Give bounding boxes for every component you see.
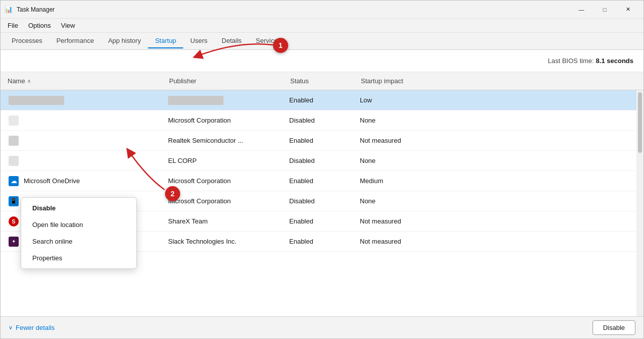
task-manager-window: 📊 Task Manager — □ ✕ File Options View P…: [0, 0, 644, 339]
chevron-down-icon: ∨: [9, 324, 13, 331]
sort-arrow: ∧: [27, 78, 31, 84]
tab-processes[interactable]: Processes: [5, 34, 49, 48]
onedrive-icon: ☁: [9, 176, 19, 186]
annotation-2: 2: [165, 186, 180, 201]
bios-area: Last BIOS time: 8.1 seconds: [1, 50, 643, 72]
app-icon: [9, 136, 19, 146]
status-cell: Enabled: [283, 238, 354, 245]
impact-cell: None: [354, 117, 643, 124]
context-menu-search-online[interactable]: Search online: [21, 233, 136, 250]
table-row[interactable]: Enabled Low: [1, 90, 643, 110]
table-row[interactable]: Microsoft Corporation Disabled None: [1, 110, 643, 131]
app-icon: [9, 156, 19, 166]
bottom-bar: ∨ Fewer details Disable: [1, 316, 643, 338]
col-status[interactable]: Status: [284, 77, 355, 85]
bios-value: 8.1 seconds: [596, 57, 633, 65]
publisher-cell: Microsoft Corporation: [162, 197, 283, 205]
publisher-cell: Realtek Semiconductor ...: [162, 137, 283, 144]
menu-view[interactable]: View: [56, 20, 80, 31]
disable-button[interactable]: Disable: [593, 320, 635, 335]
status-cell: Disabled: [283, 117, 354, 124]
impact-cell: Medium: [354, 177, 643, 185]
window-controls: — □ ✕: [570, 2, 639, 18]
app-icon: 📊: [5, 6, 13, 14]
maximize-button[interactable]: □: [593, 2, 616, 18]
window-title: Task Manager: [17, 6, 55, 13]
name-cell: [1, 136, 162, 146]
table-row[interactable]: ☁ Microsoft OneDrive Microsoft Corporati…: [1, 171, 643, 191]
publisher-cell: [162, 96, 283, 105]
tab-bar: Processes Performance App history Startu…: [1, 33, 643, 50]
name-cell: ☁ Microsoft OneDrive: [1, 176, 162, 186]
gray-publisher-placeholder: [168, 96, 224, 105]
publisher-cell: EL CORP: [162, 157, 283, 164]
table-row[interactable]: EL CORP Disabled None: [1, 151, 643, 171]
menu-options[interactable]: Options: [23, 20, 56, 31]
impact-cell: Not measured: [354, 217, 643, 225]
app-icon: [9, 116, 19, 126]
name-cell: [1, 156, 162, 166]
annotation-1: 1: [273, 38, 288, 53]
status-cell: Disabled: [283, 157, 354, 164]
slack-icon: ✦: [9, 237, 19, 247]
tab-startup[interactable]: Startup: [148, 34, 183, 48]
status-cell: Enabled: [283, 96, 354, 104]
tab-users[interactable]: Users: [183, 34, 214, 48]
gray-name-placeholder: [9, 96, 64, 105]
title-bar: 📊 Task Manager — □ ✕: [1, 1, 643, 19]
impact-cell: None: [354, 157, 643, 164]
status-cell: Enabled: [283, 137, 354, 144]
impact-cell: Not measured: [354, 238, 643, 245]
publisher-cell: Slack Technologies Inc.: [162, 238, 283, 245]
publisher-cell: ShareX Team: [162, 217, 283, 225]
status-cell: Enabled: [283, 177, 354, 185]
impact-cell: Low: [354, 96, 643, 104]
name-cell: [1, 116, 162, 126]
menu-file[interactable]: File: [3, 20, 23, 31]
table-header: Name ∧ Publisher Status Startup impact: [1, 72, 643, 90]
fewer-details-button[interactable]: ∨ Fewer details: [9, 324, 55, 331]
menu-bar: File Options View: [1, 19, 643, 33]
table-row[interactable]: Realtek Semiconductor ... Enabled Not me…: [1, 131, 643, 151]
vertical-scrollbar[interactable]: [636, 90, 643, 316]
publisher-cell: Microsoft Corporation: [162, 177, 283, 185]
close-button[interactable]: ✕: [616, 2, 639, 18]
sharex-icon: S: [9, 216, 19, 227]
bios-label: Last BIOS time:: [548, 57, 594, 65]
startup-table: Name ∧ Publisher Status Startup impact: [1, 72, 643, 316]
col-name[interactable]: Name ∧: [2, 77, 163, 85]
status-cell: Disabled: [283, 197, 354, 205]
publisher-cell: Microsoft Corporation: [162, 117, 283, 124]
col-impact[interactable]: Startup impact: [355, 77, 642, 85]
col-publisher[interactable]: Publisher: [163, 77, 284, 85]
minimize-button[interactable]: —: [570, 2, 593, 18]
impact-cell: None: [354, 197, 643, 205]
context-menu-disable[interactable]: Disable: [21, 200, 136, 216]
context-menu-properties[interactable]: Properties: [21, 250, 136, 266]
tab-details[interactable]: Details: [214, 34, 249, 48]
impact-cell: Not measured: [354, 137, 643, 144]
title-bar-left: 📊 Task Manager: [5, 6, 55, 14]
name-cell: [1, 96, 162, 105]
context-menu: Disable Open file location Search online…: [21, 197, 137, 269]
phone-link-icon: 📱: [9, 196, 19, 206]
context-menu-open-file[interactable]: Open file location: [21, 216, 136, 233]
tab-app-history[interactable]: App history: [101, 34, 148, 48]
tab-performance[interactable]: Performance: [49, 34, 101, 48]
status-cell: Enabled: [283, 217, 354, 225]
scrollbar-thumb[interactable]: [638, 92, 642, 153]
